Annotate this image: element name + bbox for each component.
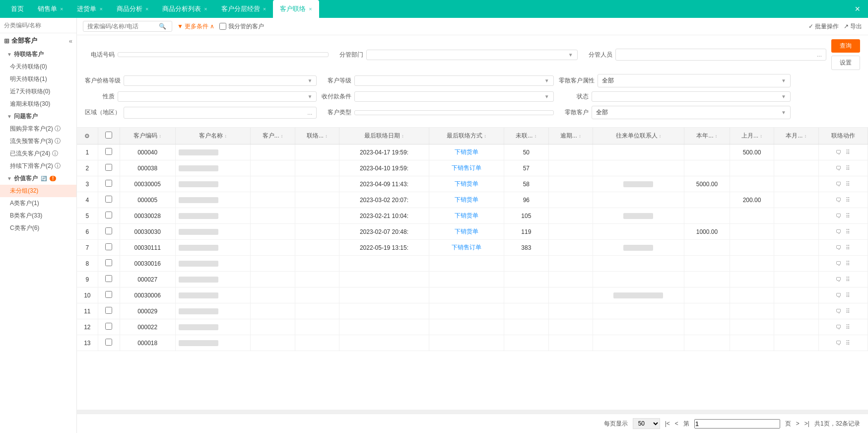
row-checkbox[interactable] bbox=[105, 323, 112, 330]
row-checkbox[interactable] bbox=[105, 196, 112, 203]
phone-action-icon[interactable]: 🗨 bbox=[836, 181, 842, 188]
nav-customer-contact[interactable]: 客户联络 × bbox=[273, 0, 319, 18]
page-input[interactable] bbox=[694, 419, 780, 429]
sidebar-item-lost[interactable]: 已流失客户(24) ⓘ bbox=[0, 147, 76, 160]
last-way-link[interactable]: 下销货单 bbox=[455, 228, 478, 235]
phone-action-icon[interactable]: 🗨 bbox=[836, 228, 842, 235]
th-type[interactable]: 客户... ↕ bbox=[251, 128, 295, 144]
row-checkbox[interactable] bbox=[105, 212, 112, 218]
customer-type-input[interactable] bbox=[354, 110, 553, 115]
sidebar-item-warning[interactable]: 流失预警客户(3) ⓘ bbox=[0, 135, 76, 147]
close-product-tab[interactable]: × bbox=[145, 0, 148, 18]
payment-select[interactable]: ▼ bbox=[354, 91, 553, 102]
row-checkbox[interactable] bbox=[105, 339, 112, 346]
close-customer-contact-tab[interactable]: × bbox=[309, 0, 312, 18]
last-way-link[interactable]: 下销货单 bbox=[455, 196, 478, 203]
horizontal-scrollbar[interactable] bbox=[77, 410, 868, 414]
sidebar-item-class-b[interactable]: B类客户(33) bbox=[0, 210, 76, 222]
row-checkbox[interactable] bbox=[105, 164, 112, 171]
th-year[interactable]: 本年... ↕ bbox=[684, 128, 730, 144]
th-last-month[interactable]: 上月... ↕ bbox=[730, 128, 774, 144]
main-search-input[interactable] bbox=[87, 23, 157, 30]
next-next-btn[interactable]: >| bbox=[804, 420, 809, 427]
select-all-checkbox[interactable] bbox=[105, 132, 112, 139]
last-way-link[interactable]: 下销货单 bbox=[455, 180, 478, 187]
prev-prev-btn[interactable]: |< bbox=[665, 420, 670, 427]
th-overdue[interactable]: 逾期... ↕ bbox=[548, 128, 593, 144]
phone-action-icon[interactable]: 🗨 bbox=[836, 213, 842, 219]
phone-input[interactable] bbox=[118, 52, 329, 57]
th-checkbox[interactable] bbox=[98, 128, 120, 144]
batch-op-button[interactable]: ✓ 批量操作 bbox=[808, 22, 839, 31]
more-action-icon[interactable]: ⠿ bbox=[846, 324, 850, 331]
retail-attr-select[interactable]: 全部▼ bbox=[598, 74, 791, 87]
customer-grade-select[interactable]: ▼ bbox=[354, 75, 553, 86]
collapse-sidebar-icon[interactable]: « bbox=[69, 37, 72, 45]
more-action-icon[interactable]: ⠿ bbox=[846, 276, 850, 283]
pending-contact-group[interactable]: ▼ 待联络客户 bbox=[0, 48, 76, 61]
th-last-way[interactable]: 最后联络方式 ↕ bbox=[429, 128, 504, 144]
all-customers-header[interactable]: ⊞ 全部客户 « bbox=[0, 33, 76, 48]
last-way-link[interactable]: 下销货单 bbox=[455, 148, 478, 155]
sidebar-search-input[interactable] bbox=[4, 22, 77, 29]
row-checkbox[interactable] bbox=[105, 243, 112, 250]
sidebar-item-class-c[interactable]: C类客户(6) bbox=[0, 222, 76, 234]
last-way-link[interactable]: 下销货单 bbox=[455, 212, 478, 219]
row-checkbox[interactable] bbox=[105, 148, 112, 155]
my-customers-checkbox[interactable] bbox=[219, 23, 226, 30]
reset-button[interactable]: 设置 bbox=[831, 56, 860, 70]
per-page-select[interactable]: 50 100 bbox=[633, 418, 660, 429]
more-action-icon[interactable]: ⠿ bbox=[846, 228, 850, 235]
price-grade-select[interactable]: ▼ bbox=[124, 75, 317, 86]
row-checkbox[interactable] bbox=[105, 259, 112, 266]
phone-action-icon[interactable]: 🗨 bbox=[836, 276, 842, 283]
dept-select[interactable]: ▼ bbox=[366, 50, 577, 60]
sidebar-item-tomorrow[interactable]: 明天待联络(1) bbox=[0, 73, 76, 85]
nature-select[interactable]: ▼ bbox=[118, 91, 317, 102]
sidebar-item-unclassified[interactable]: 未分组(32) bbox=[0, 185, 76, 197]
th-name[interactable]: 客户名称 ↕ bbox=[175, 128, 251, 144]
row-checkbox[interactable] bbox=[105, 291, 112, 298]
nav-sales[interactable]: 销售单 × bbox=[31, 0, 70, 18]
more-action-icon[interactable]: ⠿ bbox=[846, 213, 850, 219]
phone-action-icon[interactable]: 🗨 bbox=[836, 197, 842, 204]
more-action-icon[interactable]: ⠿ bbox=[846, 260, 850, 267]
close-all-button[interactable]: × bbox=[851, 4, 864, 14]
th-this-month[interactable]: 本月... ↕ bbox=[774, 128, 818, 144]
row-checkbox[interactable] bbox=[105, 180, 112, 187]
nav-product-analysis[interactable]: 商品分析 × bbox=[110, 0, 155, 18]
th-code[interactable]: 客户编码 ↕ bbox=[120, 128, 175, 144]
more-action-icon[interactable]: ⠿ bbox=[846, 340, 850, 347]
more-action-icon[interactable]: ⠿ bbox=[846, 197, 850, 204]
more-action-icon[interactable]: ⠿ bbox=[846, 308, 850, 315]
phone-action-icon[interactable]: 🗨 bbox=[836, 149, 842, 156]
last-way-link[interactable]: 下销售订单 bbox=[452, 164, 481, 171]
nav-purchase[interactable]: 进货单 × bbox=[70, 0, 109, 18]
th-last-date[interactable]: 最后联络日期 ↕ bbox=[339, 128, 429, 144]
row-checkbox[interactable] bbox=[105, 275, 112, 282]
region-select[interactable]: ... bbox=[124, 107, 317, 119]
th-partner[interactable]: 往来单位联系人 ↕ bbox=[593, 128, 684, 144]
nav-customer-layer[interactable]: 客户分层经营 × bbox=[214, 0, 273, 18]
sidebar-item-7days[interactable]: 近7天待联络(0) bbox=[0, 85, 76, 98]
sidebar-item-class-a[interactable]: A类客户(1) bbox=[0, 197, 76, 210]
more-conditions-button[interactable]: ▼ 更多条件 ∧ bbox=[177, 22, 214, 31]
prev-btn[interactable]: < bbox=[675, 420, 678, 427]
th-settings[interactable]: ⚙ bbox=[77, 128, 98, 144]
phone-action-icon[interactable]: 🗨 bbox=[836, 324, 842, 331]
row-checkbox[interactable] bbox=[105, 227, 112, 234]
more-action-icon[interactable]: ⠿ bbox=[846, 292, 850, 299]
more-action-icon[interactable]: ⠿ bbox=[846, 244, 850, 251]
close-product-list-tab[interactable]: × bbox=[204, 0, 207, 18]
phone-action-icon[interactable]: 🗨 bbox=[836, 244, 842, 251]
nav-product-list[interactable]: 商品分析列表 × bbox=[155, 0, 214, 18]
next-btn[interactable]: > bbox=[796, 420, 800, 427]
th-uncontact[interactable]: 未联... ↕ bbox=[504, 128, 548, 144]
phone-action-icon[interactable]: 🗨 bbox=[836, 308, 842, 315]
more-action-icon[interactable]: ⠿ bbox=[846, 165, 850, 172]
sidebar-item-abnormal[interactable]: 囤购异常客户(2) ⓘ bbox=[0, 123, 76, 135]
sidebar-item-declining[interactable]: 持续下滑客户(2) ⓘ bbox=[0, 160, 76, 172]
export-button[interactable]: ↗ 导出 bbox=[844, 22, 862, 31]
close-customer-layer-tab[interactable]: × bbox=[263, 0, 266, 18]
row-checkbox[interactable] bbox=[105, 307, 112, 314]
